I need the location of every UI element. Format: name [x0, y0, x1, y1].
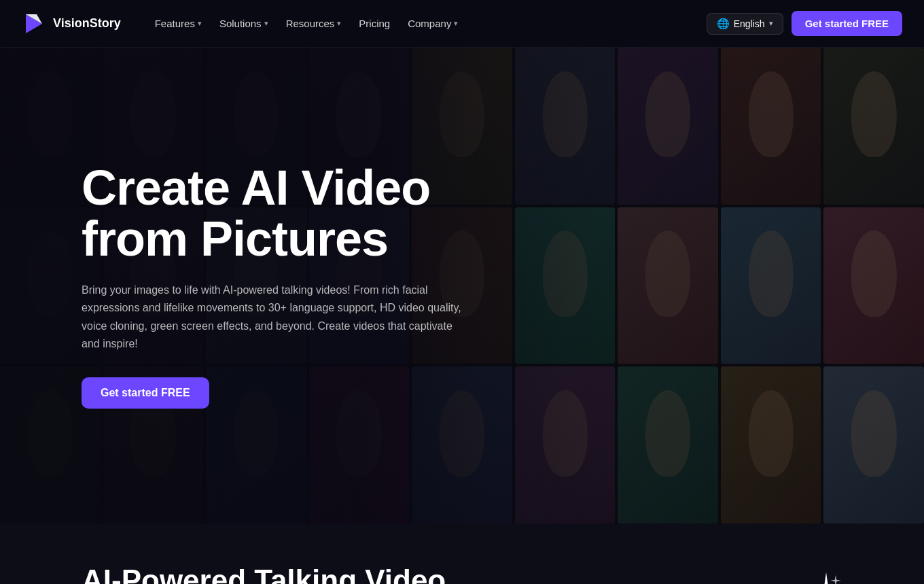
logo-icon [22, 12, 46, 36]
section-title: AI-Powered Talking Video [82, 564, 446, 584]
hero-section: Create AI Video from Pictures Bring your… [0, 48, 924, 523]
nav-item-resources[interactable]: Resources ▾ [279, 14, 349, 33]
chevron-down-icon: ▾ [264, 19, 268, 28]
section-title-wrap: AI-Powered Talking Video [82, 564, 446, 584]
nav-item-solutions[interactable]: Solutions ▾ [213, 14, 275, 33]
nav-links: Features ▾ Solutions ▾ Resources ▾ Prici… [148, 14, 465, 33]
language-label: English [734, 18, 765, 29]
logo[interactable]: VisionStory [22, 12, 121, 36]
nav-item-features[interactable]: Features ▾ [148, 14, 209, 33]
nav-item-pricing[interactable]: Pricing [352, 14, 397, 33]
nav-cta-button[interactable]: Get started FREE [792, 11, 902, 36]
hero-description: Bring your images to life with AI-powere… [82, 281, 462, 354]
chevron-down-icon: ▾ [198, 19, 202, 28]
sparkle-decoration [810, 570, 842, 584]
sparkle-icon [810, 570, 842, 584]
hero-title: Create AI Video from Pictures [82, 162, 462, 265]
hero-content: Create AI Video from Pictures Bring your… [0, 162, 495, 409]
brand-name: VisionStory [53, 16, 121, 31]
nav-item-company[interactable]: Company ▾ [401, 14, 465, 33]
nav-right: 🌐 English ▾ Get started FREE [707, 11, 902, 36]
chevron-down-icon: ▾ [769, 19, 773, 28]
main-nav: VisionStory Features ▾ Solutions ▾ Resou… [0, 0, 924, 48]
chevron-down-icon: ▾ [337, 19, 341, 28]
hero-cta-button[interactable]: Get started FREE [82, 377, 209, 409]
language-selector[interactable]: 🌐 English ▾ [707, 13, 783, 35]
nav-left: VisionStory Features ▾ Solutions ▾ Resou… [22, 12, 465, 36]
ai-talking-video-section: AI-Powered Talking Video [0, 523, 924, 584]
chevron-down-icon: ▾ [454, 19, 458, 28]
globe-icon: 🌐 [717, 18, 730, 30]
